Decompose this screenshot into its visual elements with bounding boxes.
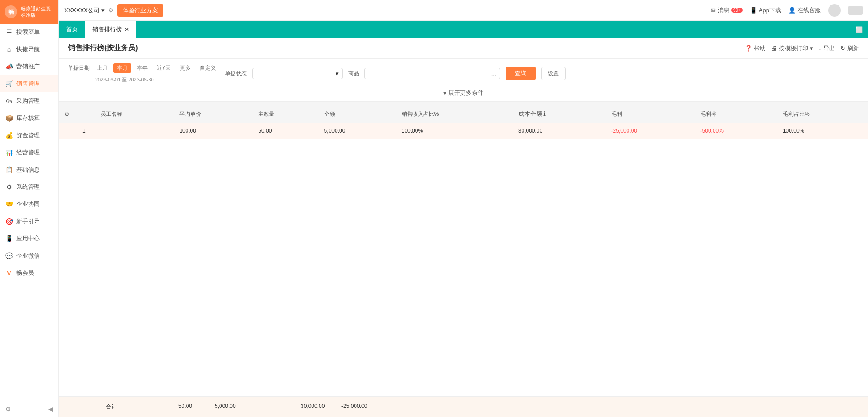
- settings-button[interactable]: 设置: [541, 67, 566, 80]
- status-filter-label: 单据状态: [225, 70, 247, 77]
- sidebar-settings-icon[interactable]: ⚙: [5, 406, 11, 412]
- sidebar-item-system[interactable]: ⚙ 系统管理: [0, 178, 58, 196]
- sidebar-item-sales[interactable]: 🛒 销售管理: [0, 75, 58, 92]
- sidebar-item-label: 企业微信: [16, 252, 40, 260]
- sidebar-item-label: 企业协同: [16, 200, 40, 208]
- help-btn[interactable]: ❓ 帮助: [745, 44, 766, 53]
- company-selector[interactable]: XXXXXX公司 ▾: [64, 6, 105, 14]
- page-actions: ❓ 帮助 🖨 按模板打印 ▾ ↓ 导出 ↻ 刷新: [745, 44, 859, 53]
- date-range-display: 2023-06-01 至 2023-06-30: [68, 77, 154, 83]
- sidebar-item-app-center[interactable]: 📱 应用中心: [0, 230, 58, 247]
- guide-icon: 🎯: [5, 218, 13, 225]
- table-row: 1 100.00 50.00 5,000.00 100.00% 30,000.0…: [59, 123, 868, 139]
- status-select[interactable]: ▾: [252, 68, 343, 79]
- tab-sales-rank[interactable]: 销售排行榜 ✕: [85, 21, 136, 38]
- col-cost-label: 成本全额 ℹ: [518, 110, 546, 117]
- col-rank: [77, 105, 95, 123]
- enterprise-icon: 🤝: [5, 201, 13, 208]
- status-dropdown-icon: ▾: [336, 70, 339, 77]
- sidebar-item-inventory[interactable]: 📦 库存核算: [0, 110, 58, 127]
- row-name: [95, 123, 174, 139]
- message-btn[interactable]: ✉ 消息 99+: [711, 6, 743, 14]
- app-center-icon: 📱: [5, 235, 13, 242]
- sidebar-collapse-icon[interactable]: ◀: [48, 406, 53, 412]
- sidebar-item-capital[interactable]: 💰 资金管理: [0, 127, 58, 144]
- search-order-icon: ☰: [5, 29, 13, 36]
- print-btn[interactable]: 🖨 按模板打印 ▾: [771, 44, 813, 53]
- goods-input[interactable]: ...: [364, 68, 500, 79]
- tab-home[interactable]: 首页: [59, 21, 85, 38]
- date-option-last-month[interactable]: 上月: [93, 63, 111, 73]
- row-gross-rate: -500.00%: [695, 123, 777, 139]
- date-option-7days[interactable]: 近7天: [153, 63, 174, 73]
- col-avg-price: 平均单价: [174, 105, 253, 123]
- date-option-this-month[interactable]: 本月: [113, 63, 131, 73]
- print-icon: 🖨: [771, 45, 777, 52]
- app-download-btn[interactable]: 📱 App下载: [750, 6, 781, 14]
- goods-input-more-icon: ...: [491, 70, 496, 77]
- row-amount: 5,000.00: [319, 123, 396, 139]
- marketing-icon: 📣: [5, 63, 13, 70]
- data-table: ⚙ 员工名称 平均单价 主数量 全额 销售收入占比% 成本全额 ℹ 毛利: [59, 105, 868, 139]
- footer-label: 合计: [101, 401, 137, 412]
- sidebar-item-purchase[interactable]: 🛍 采购管理: [0, 92, 58, 110]
- sidebar-item-wechat[interactable]: 💬 企业微信: [0, 247, 58, 264]
- row-qty: 50.00: [253, 123, 318, 139]
- col-cost: 成本全额 ℹ: [513, 105, 606, 123]
- settings-icon[interactable]: ⚙: [108, 7, 114, 14]
- industry-btn[interactable]: 体验行业方案: [117, 4, 163, 17]
- sidebar-item-quick-nav[interactable]: ⌂ 快捷导航: [0, 41, 58, 58]
- tab-close-icon[interactable]: ✕: [125, 26, 129, 33]
- row-rank: 1: [77, 123, 95, 139]
- topbar: XXXXXX公司 ▾ ⚙ 体验行业方案 ✉ 消息 99+ 📱 App下载 👤 在…: [59, 0, 868, 21]
- sidebar-item-search-order[interactable]: ☰ 搜索菜单: [0, 24, 58, 41]
- print-dropdown-icon: ▾: [810, 45, 813, 52]
- member-icon: V: [5, 269, 13, 277]
- tab-minimize-icon[interactable]: —: [846, 26, 852, 33]
- col-settings[interactable]: ⚙: [59, 105, 77, 123]
- sidebar-item-label: 采购管理: [16, 97, 40, 105]
- sidebar-item-operation[interactable]: 📊 经营管理: [0, 144, 58, 161]
- sidebar-item-label: 系统管理: [16, 183, 40, 191]
- goods-filter-label: 商品: [348, 70, 359, 77]
- operation-icon: 📊: [5, 149, 13, 156]
- main-area: XXXXXX公司 ▾ ⚙ 体验行业方案 ✉ 消息 99+ 📱 App下载 👤 在…: [59, 0, 868, 417]
- sidebar-item-label: 应用中心: [16, 235, 40, 243]
- sales-icon: 🛒: [5, 80, 13, 87]
- refresh-btn[interactable]: ↻ 刷新: [840, 44, 859, 53]
- date-option-this-year[interactable]: 本年: [133, 63, 151, 73]
- purchase-icon: 🛍: [5, 97, 13, 105]
- refresh-label: 刷新: [847, 44, 859, 53]
- sidebar-item-label: 搜索菜单: [16, 28, 40, 36]
- date-filter-label: 单据日期: [68, 64, 90, 72]
- footer-sales-pct-cell: [250, 401, 295, 412]
- sidebar-item-label: 营销推广: [16, 62, 40, 71]
- date-options: 上月 本月 本年 近7天 更多 自定义: [93, 63, 220, 73]
- sidebar-item-member[interactable]: V 畅会员: [0, 264, 58, 282]
- expand-more-btn[interactable]: ▾ 展开更多条件: [68, 86, 859, 97]
- date-option-custom[interactable]: 自定义: [196, 63, 220, 73]
- footer-cost: 30,000.00: [295, 401, 336, 412]
- sidebar-item-label: 基础信息: [16, 166, 40, 174]
- tab-maximize-icon[interactable]: ⬜: [855, 26, 863, 33]
- sidebar-item-guide[interactable]: 🎯 新手引导: [0, 213, 58, 230]
- row-sales-pct: 100.00%: [396, 123, 513, 139]
- page-title-row: 销售排行榜(按业务员) ❓ 帮助 🖨 按模板打印 ▾ ↓ 导出: [68, 43, 859, 53]
- svg-text:畅: 畅: [8, 9, 14, 15]
- sidebar-item-enterprise[interactable]: 🤝 企业协同: [0, 196, 58, 213]
- online-service-btn[interactable]: 👤 在线客服: [788, 6, 821, 14]
- sidebar-item-marketing[interactable]: 📣 营销推广: [0, 58, 58, 75]
- footer-rank-cell: [82, 401, 101, 412]
- app-download-icon: 📱: [750, 7, 757, 14]
- date-option-more[interactable]: 更多: [176, 63, 194, 73]
- footer-avg-price-cell: [137, 401, 173, 412]
- query-button[interactable]: 查询: [506, 67, 536, 80]
- refresh-icon: ↻: [840, 45, 845, 52]
- export-btn[interactable]: ↓ 导出: [819, 44, 835, 53]
- user-avatar[interactable]: [828, 4, 841, 17]
- app-download-label: App下载: [759, 6, 781, 14]
- print-label: 按模板打印: [779, 44, 808, 53]
- sidebar-item-label: 资金管理: [16, 131, 40, 139]
- col-qty: 主数量: [253, 105, 318, 123]
- sidebar-item-basic-info[interactable]: 📋 基础信息: [0, 161, 58, 178]
